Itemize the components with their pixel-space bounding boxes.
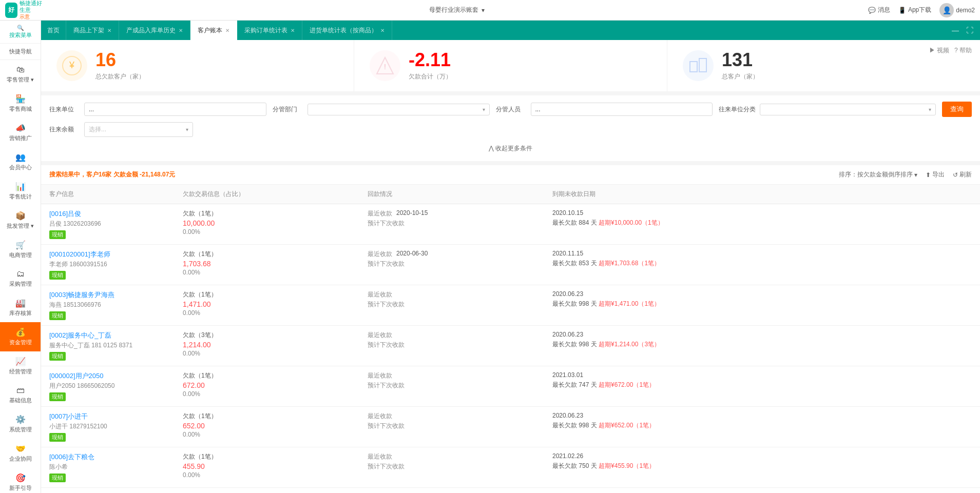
debt-amount-0[interactable]: 10,000.00 <box>183 219 368 227</box>
app-download-btn[interactable]: 📱 App下载 <box>898 6 931 14</box>
recent-label-1: 最近收款 <box>368 250 392 259</box>
message-icon: 💬 <box>868 7 876 14</box>
sidebar-search[interactable]: 🔍 搜索菜单 <box>0 21 41 44</box>
sidebar-item-purchase[interactable]: 🗂 采购管理 <box>0 264 41 293</box>
sidebar-item-ops[interactable]: 📈 经营管理 <box>0 351 41 381</box>
sidebar-item-member[interactable]: 👥 会员中心 <box>0 147 41 176</box>
tab-customer-account-close[interactable]: ✕ <box>225 28 229 33</box>
search-button[interactable]: 查询 <box>942 102 972 117</box>
customer-name-3[interactable]: [0002]服务中心_丁磊 <box>49 331 183 340</box>
video-btn[interactable]: ▶ 视频 <box>929 46 949 55</box>
customer-info-3: [0002]服务中心_丁磊 服务中心_丁磊 181 0125 8371 现销 <box>49 331 183 361</box>
table-row: [000002]用户2050 用户2050 18665062050 现销 欠款（… <box>41 366 980 407</box>
filter-customer-input[interactable]: ... <box>84 103 266 116</box>
recovery-next-0: 预计下次收款 <box>368 219 552 228</box>
overdue-link-2[interactable]: 超期¥1,471.00（1笔） <box>599 300 660 307</box>
debt-amount-3[interactable]: 1,214.00 <box>183 341 368 349</box>
debt-info-0: 欠款（1笔） 10,000.00 0.00% <box>183 209 368 235</box>
customer-tag-0: 现销 <box>49 230 66 239</box>
debt-amount-4[interactable]: 672.00 <box>183 381 368 389</box>
tabs-maximize-btn[interactable]: ⛶ <box>964 24 976 36</box>
debt-amount-5[interactable]: 652.00 <box>183 422 368 430</box>
next-label-2: 预计下次收款 <box>368 300 405 309</box>
debt-info-4: 欠款（1笔） 672.00 0.00% <box>183 371 368 398</box>
sidebar-item-ecommerce[interactable]: 🛒 电商管理 <box>0 235 41 264</box>
user-avatar-btn[interactable]: 👤 demo2 <box>939 3 975 17</box>
debt-info-1: 欠款（1笔） 1,703.68 0.00% <box>183 250 368 276</box>
stat-number-debt-total: -2.11 <box>409 51 452 69</box>
refresh-btn[interactable]: ↺ 刷新 <box>953 170 972 179</box>
tab-product-history[interactable]: 产成品入库单历史 ✕ <box>119 21 190 40</box>
tab-home[interactable]: 首页 <box>41 21 66 40</box>
overdue-days-6: 最长欠款 750 天 超期¥455.90（1笔） <box>552 462 972 470</box>
tab-import-stats-close[interactable]: ✕ <box>380 28 385 33</box>
tab-purchase-order[interactable]: 采购订单统计表 ✕ <box>237 21 302 40</box>
sidebar-item-inventory[interactable]: 🏭 库存核算 <box>0 293 41 322</box>
overdue-info-3: 2020.06.23 最长欠款 998 天 超期¥1,214.00（3笔） <box>552 331 972 349</box>
customer-name-2[interactable]: [0003]畅捷服务尹海燕 <box>49 290 183 300</box>
tab-purchase-order-close[interactable]: ✕ <box>291 28 295 33</box>
tab-import-stats-label: 进货单统计表（按商品） <box>310 26 377 35</box>
filter-person: 分管人员 ... <box>496 103 713 116</box>
filter-category-input[interactable]: ▾ <box>760 104 936 115</box>
sidebar-item-finance[interactable]: 💰 资金管理 <box>0 322 41 351</box>
tabs-controls: — ⛶ <box>945 24 980 36</box>
help-btn[interactable]: ? 帮助 <box>954 46 972 55</box>
overdue-date-2: 2020.06.23 <box>552 290 972 298</box>
industry-selector-area[interactable]: 母婴行业演示账套 ▾ <box>46 6 868 14</box>
sidebar-item-batch-mgmt[interactable]: 📦 批发管理 ▾ <box>0 206 41 235</box>
customer-tag-1: 现销 <box>49 271 66 280</box>
overdue-link-1[interactable]: 超期¥1,703.68（1笔） <box>599 260 660 267</box>
customer-name-1[interactable]: [0001020001]李老师 <box>49 250 183 259</box>
filter-category-label: 往来单位分类 <box>719 105 756 114</box>
sidebar-item-system[interactable]: ⚙️ 系统管理 <box>0 409 41 439</box>
col-header-overdue: 到期未收款日期 <box>552 190 972 199</box>
table-row: [0003]畅捷服务尹海燕 海燕 18513066976 现销 欠款（1笔） 1… <box>41 285 980 326</box>
customer-info-4: [000002]用户2050 用户2050 18665062050 现销 <box>49 371 183 401</box>
retail-shop-icon: 🏪 <box>15 94 26 104</box>
tab-import-stats[interactable]: 进货单统计表（按商品） ✕ <box>302 21 392 40</box>
sidebar-item-newbie[interactable]: 🎯 新手引导 <box>0 468 41 493</box>
debt-amount-1[interactable]: 1,703.68 <box>183 260 368 268</box>
tab-product-toggle-close[interactable]: ✕ <box>107 28 111 33</box>
customer-name-5[interactable]: [0007]小进干 <box>49 412 183 421</box>
debt-amount-6[interactable]: 455.90 <box>183 462 368 470</box>
industry-selector[interactable]: 母婴行业演示账套 ▾ <box>429 6 485 14</box>
sidebar-item-retail-shop[interactable]: 🏪 零售商城 <box>0 89 41 118</box>
sidebar-item-base-info[interactable]: 🗃 基础信息 <box>0 381 41 409</box>
tab-customer-account[interactable]: 客户账本 ✕ <box>190 21 237 40</box>
filter-balance-select[interactable]: 选择... ▾ <box>84 122 193 137</box>
sidebar-item-retail-stats[interactable]: 📊 零售统计 <box>0 176 41 206</box>
overdue-link-3[interactable]: 超期¥1,214.00（3笔） <box>599 341 660 348</box>
overdue-link-4[interactable]: 超期¥672.00（1笔） <box>599 381 655 388</box>
customer-phone-2: 海燕 18513066976 <box>49 301 183 309</box>
overdue-link-5[interactable]: 超期¥652.00（1笔） <box>599 422 655 429</box>
overdue-link-6[interactable]: 超期¥455.90（1笔） <box>599 462 655 469</box>
export-btn[interactable]: ⬆ 导出 <box>926 170 945 179</box>
filter-dept-input[interactable]: ▾ <box>308 104 490 115</box>
overdue-link-0[interactable]: 超期¥10,000.00（1笔） <box>599 219 664 226</box>
tab-product-toggle[interactable]: 商品上下架 ✕ <box>66 21 119 40</box>
customer-name-0[interactable]: [0016]吕俊 <box>49 209 183 219</box>
collapse-btn[interactable]: ⋀ 收起更多条件 <box>49 142 972 155</box>
svg-text:¥: ¥ <box>69 60 75 70</box>
content-area: 首页 商品上下架 ✕ 产成品入库单历史 ✕ 客户账本 ✕ 采购订单统计表 ✕ <box>41 21 980 493</box>
ecommerce-icon: 🛒 <box>15 240 26 250</box>
customer-name-6[interactable]: [0006]去下粮仓 <box>49 452 183 462</box>
table-header: 客户信息 欠款交易信息（占比） 回款情况 到期未收款日期 <box>41 185 980 204</box>
debt-amount-2[interactable]: 1,471.00 <box>183 300 368 308</box>
recent-date-1: 2020-06-30 <box>396 250 428 259</box>
recovery-recent-4: 最近收款 <box>368 371 552 380</box>
debt-info-2: 欠款（1笔） 1,471.00 0.00% <box>183 290 368 317</box>
customer-name-4[interactable]: [000002]用户2050 <box>49 371 183 381</box>
tab-product-history-close[interactable]: ✕ <box>179 28 183 33</box>
customer-tag-6: 现销 <box>49 474 66 482</box>
filter-person-input[interactable]: ... <box>531 103 713 116</box>
tabs-minimize-btn[interactable]: — <box>949 24 962 36</box>
sidebar-item-enterprise[interactable]: 🤝 企业协同 <box>0 439 41 468</box>
sidebar-quick-nav[interactable]: 快捷导航 <box>0 44 41 60</box>
sidebar-item-marketing[interactable]: 📣 营销推广 <box>0 118 41 147</box>
stat-info-debt: 16 总欠款客户（家） <box>95 51 145 81</box>
message-btn[interactable]: 💬 消息 <box>868 6 890 14</box>
sidebar-item-retail-mgmt[interactable]: 🛍 零售管理 ▾ <box>0 60 41 89</box>
